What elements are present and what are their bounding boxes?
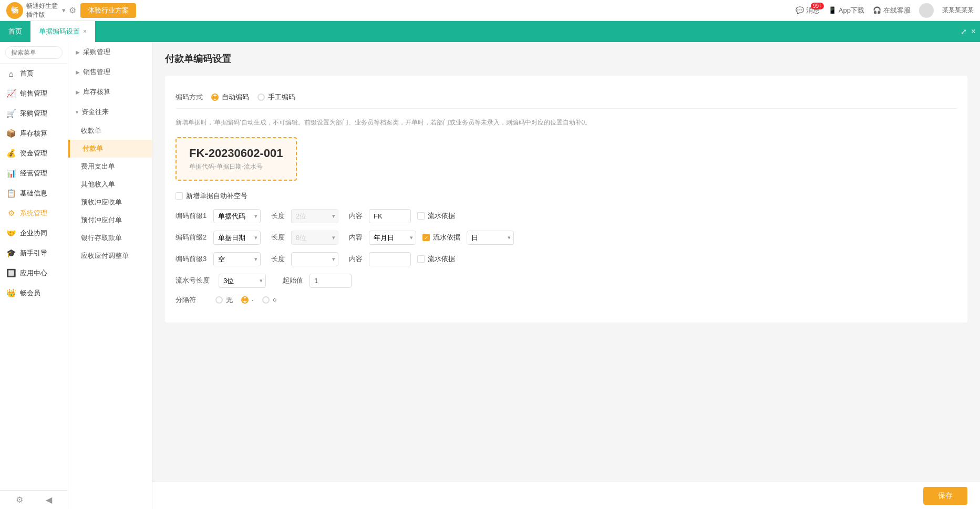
close-window-button[interactable]: × — [971, 27, 976, 36]
submenu-item-expense[interactable]: 费用支出单 — [68, 158, 152, 175]
auto-encode-label: 自动编码 — [222, 92, 249, 102]
serial1-checkbox-item[interactable]: 流水依据 — [417, 211, 455, 221]
prefix1-select-wrap[interactable]: 单据代码 — [213, 209, 261, 223]
messages-item[interactable]: 💬 消息 99+ — [796, 6, 820, 15]
length3-select-wrap[interactable] — [291, 252, 338, 266]
serial2-label: 流水依据 — [433, 233, 460, 242]
sidebar-label-guide: 新手引导 — [20, 248, 47, 258]
online-service-item[interactable]: 🎧 在线客服 — [873, 6, 911, 15]
submenu-item-payment[interactable]: 付款单 — [68, 140, 152, 158]
group-finance-label: 资金往来 — [81, 107, 109, 117]
code-preview-sub: 单据代码-单据日期-流水号 — [189, 162, 283, 171]
sidebar-item-purchase[interactable]: 🛒 采购管理 — [0, 103, 68, 123]
sidebar-collapse-btn[interactable]: ◀ — [46, 495, 52, 505]
start-value-input[interactable] — [310, 274, 352, 288]
encoding-radio-group: 自动编码 手工编码 — [211, 92, 295, 102]
prefix2-select-wrap[interactable]: 单据日期 — [213, 231, 261, 245]
sep-none-label: 无 — [226, 295, 233, 305]
nav-dropdown-icon[interactable]: ▾ — [62, 6, 66, 14]
arrow-icon: ▶ — [76, 69, 80, 75]
prefix3-label: 编码前缀3 — [176, 254, 207, 264]
inventory-icon: 📦 — [6, 129, 16, 138]
logo-icon: 畅 — [6, 2, 23, 19]
apps-icon: 🔲 — [6, 268, 16, 278]
user-avatar[interactable] — [919, 3, 934, 18]
sidebar-label-inventory: 库存核算 — [20, 129, 47, 138]
sidebar-item-member[interactable]: 👑 畅会员 — [0, 283, 68, 303]
app-download-item[interactable]: 📱 App下载 — [828, 6, 864, 15]
serial2-checkbox-item[interactable]: ✓ 流水依据 — [422, 233, 460, 242]
period-select[interactable]: 日 — [467, 231, 514, 245]
download-icon: 📱 — [828, 6, 837, 14]
settings-icon[interactable]: ⚙ — [69, 5, 76, 15]
content2-select-wrap[interactable]: 年月日 — [369, 231, 416, 245]
prefix1-select[interactable]: 单据代码 — [213, 209, 261, 223]
serial-length-select[interactable]: 3位 — [219, 274, 266, 288]
sidebar-item-guide[interactable]: 🎓 新手引导 — [0, 243, 68, 263]
main-layout: ⌂ 首页 📈 销售管理 🛒 采购管理 📦 库存核算 💰 资金管理 📊 经营管理 … — [0, 42, 980, 509]
manual-encode-radio[interactable]: 手工编码 — [257, 92, 295, 102]
sidebar-item-finance[interactable]: 💰 资金管理 — [0, 143, 68, 163]
sep-dot-label: · — [252, 296, 254, 304]
submenu-item-other-income[interactable]: 其他收入单 — [68, 175, 152, 193]
submenu-group-purchase-title[interactable]: ▶ 采购管理 — [68, 42, 152, 62]
serial-length-select-wrap[interactable]: 3位 — [219, 274, 266, 288]
submenu-item-advance-receipt[interactable]: 预收冲应收单 — [68, 193, 152, 211]
topbar: 畅 畅通好生意 插件版 ▾ ⚙ 体验行业方案 💬 消息 99+ 📱 App下载 … — [0, 0, 980, 21]
sidebar-label-member: 畅会员 — [20, 288, 40, 298]
auto-fill-checkbox[interactable] — [176, 192, 183, 200]
content1-input[interactable] — [369, 209, 411, 223]
serial3-label: 流水依据 — [428, 254, 455, 264]
submenu-group-sales-title[interactable]: ▶ 销售管理 — [68, 62, 152, 82]
serial1-checkbox[interactable] — [417, 212, 425, 220]
messages-badge: 99+ — [811, 3, 824, 9]
sidebar-label-operations: 经营管理 — [20, 169, 47, 178]
serial3-checkbox[interactable] — [417, 255, 425, 263]
fullscreen-button[interactable]: ⤢ — [961, 27, 967, 36]
prefix3-select[interactable]: 空 — [213, 252, 261, 266]
sidebar-item-enterprise[interactable]: 🤝 企业协同 — [0, 223, 68, 243]
submenu-group-finance-title[interactable]: ▾ 资金往来 — [68, 102, 152, 122]
submenu-item-receipt[interactable]: 收款单 — [68, 122, 152, 140]
sidebar-item-basic[interactable]: 📋 基础信息 — [0, 183, 68, 203]
sidebar-settings-btn[interactable]: ⚙ — [16, 495, 23, 505]
sidebar-item-inventory[interactable]: 📦 库存核算 — [0, 123, 68, 143]
sidebar-item-home[interactable]: ⌂ 首页 — [0, 64, 68, 84]
submenu-item-adjustment[interactable]: 应收应付调整单 — [68, 247, 152, 265]
sidebar-item-apps[interactable]: 🔲 应用中心 — [0, 263, 68, 283]
content3-input[interactable] — [369, 252, 411, 266]
info-text: 新增单据时，'单据编码'自动生成，不可编辑。前缀设置为部门、业务员等档案类，开单… — [176, 117, 957, 129]
prefix2-select[interactable]: 单据日期 — [213, 231, 261, 245]
tab-close-icon[interactable]: × — [83, 28, 87, 35]
auto-encode-radio[interactable]: 自动编码 — [211, 92, 249, 102]
sidebar-item-sales[interactable]: 📈 销售管理 — [0, 84, 68, 103]
sep-dot-circle — [241, 296, 249, 304]
service-icon: 🎧 — [873, 6, 881, 14]
submenu-group-inventory-title[interactable]: ▶ 库存核算 — [68, 82, 152, 102]
basic-icon: 📋 — [6, 189, 16, 198]
sidebar-item-operations[interactable]: 📊 经营管理 — [0, 163, 68, 183]
sidebar-item-system[interactable]: ⚙ 系统管理 — [0, 203, 68, 223]
serial3-checkbox-item[interactable]: 流水依据 — [417, 254, 455, 264]
search-input[interactable] — [5, 46, 63, 59]
experience-button[interactable]: 体验行业方案 — [80, 3, 136, 18]
period-select-wrap[interactable]: 日 — [467, 231, 514, 245]
submenu-item-bank-deposit[interactable]: 银行存取款单 — [68, 229, 152, 247]
sep-none-radio[interactable]: 无 — [215, 295, 233, 305]
tab-encoding-settings[interactable]: 单据编码设置 × — [30, 21, 95, 42]
serial2-checkbox[interactable]: ✓ — [422, 234, 430, 241]
serial-length-row: 流水号长度 3位 起始值 — [176, 274, 957, 288]
length3-select[interactable] — [291, 252, 338, 266]
length1-label: 长度 — [271, 211, 285, 221]
content2-select[interactable]: 年月日 — [369, 231, 416, 245]
sidebar-label-system: 系统管理 — [20, 209, 47, 218]
save-button[interactable]: 保存 — [923, 487, 967, 505]
tab-home[interactable]: 首页 — [0, 21, 30, 42]
prefix3-select-wrap[interactable]: 空 — [213, 252, 261, 266]
submenu-item-advance-payment[interactable]: 预付冲应付单 — [68, 211, 152, 229]
sep-circle-radio[interactable]: ○ — [262, 296, 277, 304]
sep-dot-radio[interactable]: · — [241, 296, 254, 304]
guide-icon: 🎓 — [6, 248, 16, 258]
encoding-method-label: 编码方式 — [176, 92, 203, 102]
submenu-group-inventory: ▶ 库存核算 — [68, 82, 152, 102]
